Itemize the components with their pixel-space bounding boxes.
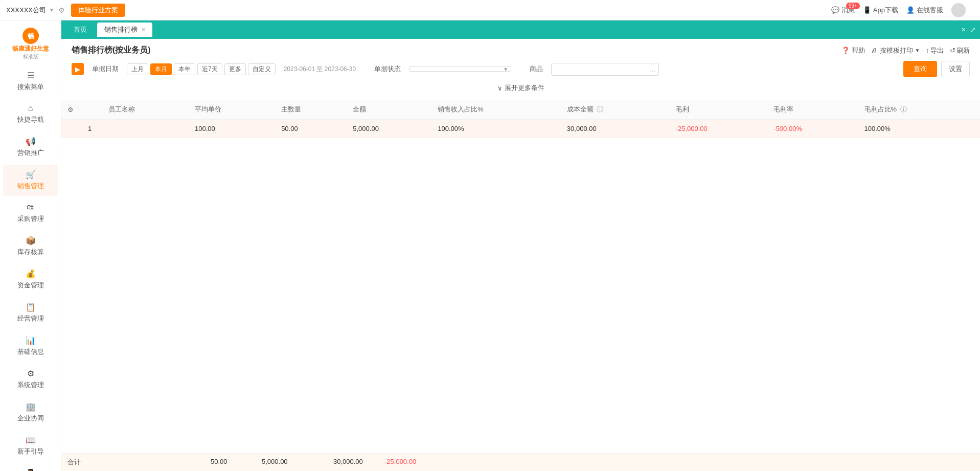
help-btn[interactable]: ❓ 帮助 [841,46,865,55]
table-row: 1 100.00 50.00 5,000.00 100.00% 30,000.0… [61,120,980,138]
sidebar-item-enterprise[interactable]: 🏢 企业协同 [3,397,58,428]
date-more-btn[interactable]: 更多 [224,63,246,75]
company-arrow-icon: ▼ [49,7,54,13]
sidebar-item-purchase[interactable]: 🛍 采购管理 [3,198,58,229]
col-settings-icon[interactable]: ⚙ [67,106,74,114]
sidebar-item-marketing[interactable]: 📢 营销推广 [3,131,58,163]
cell-avg-price: 100.00 [189,120,275,138]
sidebar: 畅 畅康通好生意 标准版 ☰ 搜索菜单 ⌂ 快捷导航 📢 营销推广 🛒 销售管理… [0,20,61,471]
page-content: 销售排行榜(按业务员) ❓ 帮助 🖨 按模板打印 ▼ ↑ 导出 [61,39,980,471]
settings-btn[interactable]: 设置 [941,61,970,77]
topbar-gear-icon[interactable]: ⚙ [58,6,65,14]
cell-gross-rate: -500.00% [767,120,858,138]
content: 首页 销售排行榜 × × ⤢ 销售排行榜(按业务员) ❓ 帮助 [61,20,980,471]
tab-right-controls: × ⤢ [962,26,976,34]
date-range-display: 2023-06-01 至 2023-06-30 [284,65,356,74]
tab-home[interactable]: 首页 [65,20,95,39]
date-custom-btn[interactable]: 自定义 [248,63,276,75]
cost-info-icon[interactable]: ⓘ [597,105,603,113]
sales-icon: 🛒 [26,170,36,180]
tab-label: 销售排行榜 [104,25,138,34]
finance-icon: 💰 [26,269,36,279]
trial-btn[interactable]: 体验行业方案 [71,4,125,17]
expand-more-row: ∨ 展开更多条件 [72,81,970,95]
sidebar-item-apps[interactable]: 📱 应用中心 [3,463,58,471]
col-avg-price: 平均单价 [189,100,275,120]
cell-quantity: 50.00 [275,120,347,138]
query-btn[interactable]: 查询 [903,61,937,77]
service-label: 在线客服 [917,6,943,15]
avatar[interactable] [951,3,966,17]
sidebar-item-search-order[interactable]: ☰ 搜索菜单 [3,65,58,97]
message-badge: 99+ [846,3,860,9]
sidebar-item-label: 营销推广 [17,148,44,158]
company-selector[interactable]: XXXXXX公司 ▼ [6,6,54,15]
sidebar-item-guide[interactable]: 📖 新手引导 [3,430,58,461]
date-cur-month-btn[interactable]: 本月 [150,63,172,75]
cell-sales-pct: 100.00% [431,120,561,138]
maximize-icon[interactable]: ⤢ [970,26,976,34]
date-last7-btn[interactable]: 近7天 [197,63,222,75]
expand-down-icon: ∨ [497,84,503,92]
col-gross: 毛利 [670,100,768,120]
col-cost: 成本全额 ⓘ [561,100,670,120]
message-btn[interactable]: 💬 消息 99+ [831,6,855,15]
gross-pct-info-icon[interactable]: ⓘ [900,105,907,113]
table-container: ⚙ 员工名称 平均单价 主数量 全额 销售收入占比% 成本全额 ⓘ [61,100,980,453]
app-download-btn[interactable]: 📱 App下载 [863,6,898,15]
goods-input[interactable] [552,63,646,75]
print-icon: 🖨 [871,47,878,54]
status-select[interactable] [409,66,511,72]
purchase-icon: 🛍 [27,203,35,212]
basic-icon: 📊 [26,335,36,345]
minimize-icon[interactable]: × [962,26,966,34]
filter-toggle-btn[interactable]: ▶ [72,63,84,75]
export-icon: ↑ [926,47,930,54]
page-header: 销售排行榜(按业务员) ❓ 帮助 🖨 按模板打印 ▼ ↑ 导出 [61,39,980,56]
goods-label: 商品 [530,64,543,74]
service-icon: 👤 [906,6,915,14]
goods-input-wrapper: … [551,63,659,76]
tab-sales-rank[interactable]: 销售排行榜 × [97,23,152,37]
sidebar-item-label: 快捷导航 [17,115,44,124]
sidebar-item-quick-nav[interactable]: ⌂ 快捷导航 [3,99,58,129]
export-btn[interactable]: ↑ 导出 [926,46,944,55]
footer-amount: 5,000.00 [262,458,303,467]
company-name: XXXXXX公司 [6,6,46,15]
topbar: XXXXXX公司 ▼ ⚙ 体验行业方案 💬 消息 99+ 📱 App下载 👤 在… [0,0,980,20]
col-settings[interactable]: ⚙ [61,100,82,120]
refresh-label: 刷新 [956,46,970,55]
sidebar-item-operation[interactable]: 📋 经营管理 [3,297,58,328]
status-select-wrapper: ▼ [409,66,511,72]
message-icon: 💬 [831,6,839,14]
sidebar-logo: 畅 畅康通好生意 标准版 [0,20,61,64]
col-gross-pct: 毛利占比% ⓘ [858,100,981,120]
sales-rank-table: ⚙ 员工名称 平均单价 主数量 全额 销售收入占比% 成本全额 ⓘ [61,100,980,138]
sidebar-item-finance[interactable]: 💰 资金管理 [3,264,58,295]
sidebar-item-inventory[interactable]: 📦 库存核算 [3,231,58,262]
enterprise-icon: 🏢 [26,402,36,412]
sidebar-item-label: 企业协同 [17,414,44,423]
tab-close-icon[interactable]: × [142,26,145,33]
date-filters: 上月 本月 本年 近7天 更多 自定义 [127,63,276,75]
cell-amount: 5,000.00 [347,120,431,138]
apps-icon: 📱 [26,468,36,471]
date-cur-year-btn[interactable]: 本年 [174,63,195,75]
sidebar-item-label: 系统管理 [17,380,44,390]
refresh-icon: ↺ [950,47,955,54]
guide-icon: 📖 [26,435,36,445]
goods-more-icon[interactable]: … [646,65,658,73]
refresh-btn[interactable]: ↺ 刷新 [950,46,970,55]
print-btn[interactable]: 🖨 按模板打印 ▼ [871,46,920,55]
sidebar-item-system[interactable]: ⚙ 系统管理 [3,364,58,395]
help-icon: ❓ [841,47,850,54]
online-service-btn[interactable]: 👤 在线客服 [906,6,943,15]
action-buttons: 查询 设置 [903,61,970,77]
col-rank [82,100,102,120]
sidebar-item-sales[interactable]: 🛒 销售管理 [3,165,58,196]
expand-more-btn[interactable]: ∨ 展开更多条件 [497,83,544,93]
sidebar-item-basic[interactable]: 📊 基础信息 [3,330,58,362]
table-footer: 合计 50.00 5,000.00 30,000.00 -25,000.00 [61,453,980,471]
table-header-row: ⚙ 员工名称 平均单价 主数量 全额 销售收入占比% 成本全额 ⓘ [61,100,980,120]
date-prev-month-btn[interactable]: 上月 [127,63,148,75]
